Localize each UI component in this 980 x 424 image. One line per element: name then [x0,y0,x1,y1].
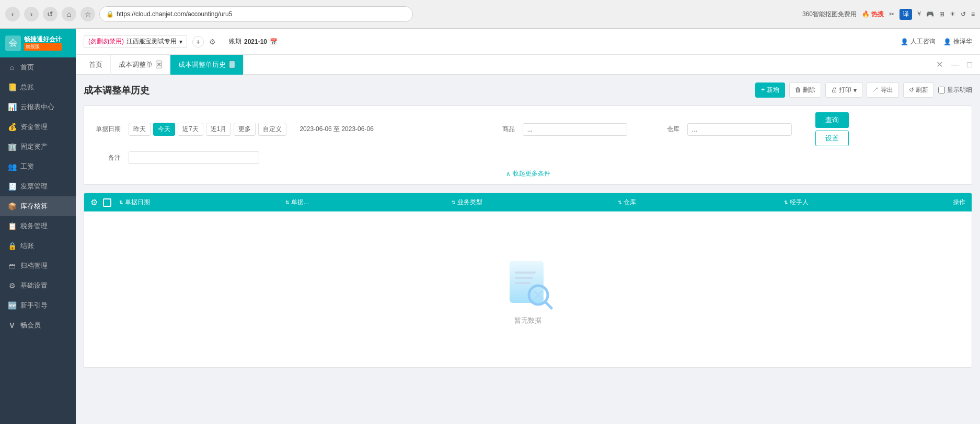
filter-settings-button[interactable]: 设置 [815,131,849,146]
col-header-action: 操作 [953,198,965,207]
window-close-button[interactable]: ✕ [933,60,946,69]
tab-cost-adjust-history-close[interactable]: ✕ [229,61,235,68]
sidebar-label-archive: 归档管理 [20,261,48,270]
company-selector[interactable]: (勿删勿禁用) 江西服宝测试专用 ▾ [84,35,187,48]
period-label: 账期 [229,37,241,46]
forward-button[interactable]: › [24,7,39,21]
tool-translate[interactable]: 译 [900,9,912,20]
tax-icon: 📋 [8,222,16,230]
date-btn-7days[interactable]: 近7天 [178,123,203,136]
sidebar-item-salary[interactable]: 👥 工资 [0,157,76,176]
tool-theme[interactable]: ☀ [950,10,955,18]
sidebar-label-salary: 工资 [20,162,34,171]
window-min-button[interactable]: — [948,60,962,69]
tab-cost-adjust-history[interactable]: 成本调整单历史 ✕ [170,55,244,75]
sidebar-item-guide[interactable]: 🆕 新手引导 [0,296,76,315]
home-icon: ⌂ [8,63,16,72]
export-button[interactable]: ↗ 导出 [867,83,898,98]
date-btn-custom[interactable]: 自定义 [258,123,286,136]
col-header-handler[interactable]: ⇅ 经手人 [781,198,948,207]
add-tab-button[interactable]: + [192,36,204,48]
sort-warehouse-icon: ⇅ [618,200,622,205]
period-info: 账期 2021-10 📅 [229,37,278,46]
sidebar-item-reports[interactable]: 📊 云报表中心 [0,97,76,117]
sidebar-item-assets[interactable]: 💰 资金管理 [0,117,76,137]
tab-home[interactable]: 首页 [81,55,111,75]
page-header: 成本调整单历史 + 新增 🗑 删除 🖨 打印 ▾ ↗ 导出 ↺ 刷新 显示明细 [84,83,972,98]
print-button[interactable]: 🖨 打印 ▾ [825,83,862,98]
display-cols-label: 显示明细 [947,86,972,95]
logo-badge: 旗舰版 [24,43,62,51]
query-settings-group: 查询 设置 [815,112,849,146]
tool-currency[interactable]: ¥ [917,10,921,18]
date-btn-more[interactable]: 更多 [234,123,256,136]
tool-undo[interactable]: ↺ [961,10,966,18]
empty-illustration [497,253,559,316]
star-button[interactable]: ☆ [80,7,95,21]
warehouse-filter-select[interactable]: ... [687,123,792,136]
new-button[interactable]: + 新增 [755,83,785,98]
sidebar-item-closing[interactable]: 🔒 结账 [0,236,76,256]
display-cols-checkbox[interactable] [938,87,945,93]
table-headers: ⇅ 单据日期 ⇅ 单据... ⇅ 业务类型 ⇅ [117,198,948,207]
date-btn-yesterday[interactable]: 昨天 [129,123,151,136]
sidebar-item-archive[interactable]: 🗃 归档管理 [0,256,76,276]
col-header-biztype[interactable]: ⇅ 业务类型 [449,198,615,207]
delete-button[interactable]: 🗑 删除 [789,83,821,98]
svg-line-6 [545,302,551,308]
service-button[interactable]: 👤 人工咨询 [901,37,936,46]
date-filter-label: 单据日期 [92,125,121,134]
svg-rect-3 [515,277,533,279]
sidebar-label-ledger: 总账 [20,83,34,92]
refresh-button[interactable]: ↺ 刷新 [903,83,934,98]
svg-rect-2 [515,272,536,274]
goods-filter-select[interactable]: ... [523,123,627,136]
tool-grid[interactable]: ⊞ [939,10,944,18]
sidebar-item-settings[interactable]: ⚙ 基础设置 [0,276,76,296]
tab-cost-adjust-close[interactable]: ✕ [156,61,162,68]
sidebar-item-tax[interactable]: 📋 税务管理 [0,216,76,236]
col-header-doc[interactable]: ⇅ 单据... [283,198,449,207]
user-avatar-icon: 👤 [943,38,951,45]
settings-gear-icon[interactable]: ⚙ [209,38,216,46]
username-label: 徐泽华 [953,37,972,46]
tool-game[interactable]: 🎮 [926,10,934,18]
tab-cost-adjust-label: 成本调整单 [119,60,153,69]
closing-icon: 🔒 [8,242,16,250]
collapse-filter-button[interactable]: ∧ 收起更多条件 [506,169,550,178]
remark-filter-label: 备注 [92,154,121,162]
settings-icon: ⚙ [8,281,16,290]
sidebar-item-invoice[interactable]: 🧾 发票管理 [0,176,76,196]
tabs-bar: 首页 成本调整单 ✕ 成本调整单历史 ✕ ✕ — □ [76,55,980,75]
service-label: 人工咨询 [910,37,936,46]
table-settings-icon[interactable]: ⚙ [90,197,98,207]
tool-scissors[interactable]: ✂ [889,10,894,18]
sidebar-item-vip[interactable]: V 畅会员 [0,315,76,335]
col-header-date[interactable]: ⇅ 单据日期 [117,198,283,207]
back-button[interactable]: ‹ [5,7,20,21]
sidebar-item-home[interactable]: ⌂ 首页 [0,57,76,77]
display-cols-toggle[interactable]: 显示明细 [938,86,972,95]
sidebar-logo: 会 畅捷通好会计 旗舰版 [0,29,76,57]
col-warehouse-label: 仓库 [624,198,636,207]
date-btn-1month[interactable]: 近1月 [206,123,232,136]
sidebar-item-ledger[interactable]: 📒 总账 [0,77,76,97]
sort-asc-icon: ⇅ [119,200,123,205]
date-btn-today[interactable]: 今天 [153,123,175,136]
sidebar-item-inventory[interactable]: 📦 库存核算 [0,196,76,216]
window-max-button[interactable]: □ [964,60,975,69]
tool-menu[interactable]: ≡ [971,10,975,18]
user-profile-button[interactable]: 👤 徐泽华 [943,37,972,46]
query-button[interactable]: 查询 [815,112,849,128]
home-button[interactable]: ⌂ [62,7,76,21]
remark-filter-input[interactable] [129,151,259,164]
sidebar-label-inventory: 库存核算 [20,202,48,211]
select-all-checkbox[interactable] [103,198,111,207]
sidebar-item-fixed-assets[interactable]: 🏢 固定资产 [0,137,76,157]
address-bar[interactable]: 🔒 https://cloud.chanjet.com/accounting/u… [99,6,413,22]
refresh-button[interactable]: ↺ [43,7,57,21]
company-name: 江西服宝测试专用 [126,37,177,46]
tab-cost-adjust[interactable]: 成本调整单 ✕ [111,55,170,75]
col-header-warehouse[interactable]: ⇅ 仓库 [615,198,781,207]
calendar-icon[interactable]: 📅 [270,38,278,45]
